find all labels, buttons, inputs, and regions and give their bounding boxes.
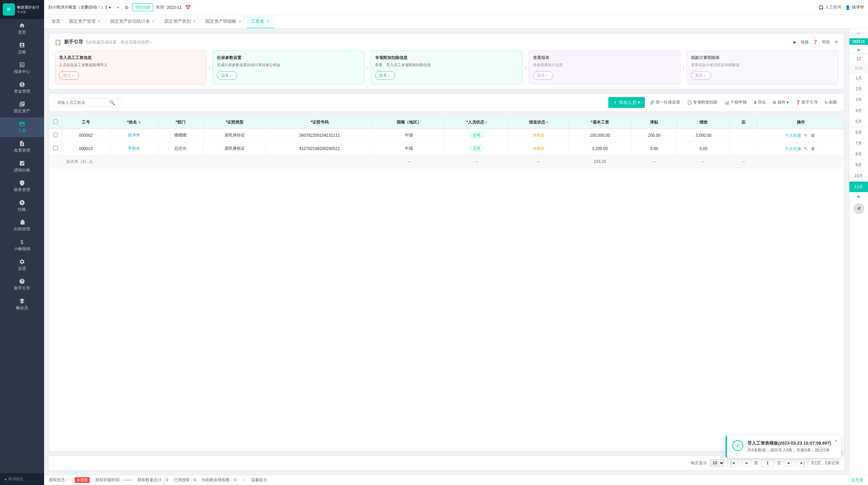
status-filter-icon[interactable]: ▾ xyxy=(485,120,487,124)
calendar-month-4[interactable]: 4月 xyxy=(849,106,868,116)
calendar-month-5[interactable]: 5月 xyxy=(849,116,868,127)
consultant-btn[interactable]: 🎧 人工咨询 xyxy=(818,4,841,10)
sidebar-item-member[interactable]: 畅会员 xyxy=(0,295,44,314)
sidebar-item-funds[interactable]: 资金管理 xyxy=(0,78,44,98)
operations-btn[interactable]: ⚙ 操作 ▾ xyxy=(771,98,791,107)
calendar-prev-year-btn[interactable]: ▲ xyxy=(849,45,868,54)
tab-depreciation[interactable]: 固定资产折旧统计表 × xyxy=(106,15,160,29)
version-switch-btn[interactable]: 切到旧版 xyxy=(132,3,153,11)
calendar-month-12[interactable]: 12 xyxy=(849,54,868,64)
special-deduction-btn[interactable]: 📋 专项附加扣除 xyxy=(685,98,719,107)
warning-label: 温馨提示 xyxy=(251,477,267,483)
settings-btn[interactable]: ⚙ xyxy=(124,4,130,11)
calendar-month-11[interactable]: 11月 xyxy=(849,182,868,192)
row2-checkbox[interactable] xyxy=(53,146,58,150)
row2-delete-btn[interactable]: 🗑 xyxy=(810,146,816,152)
tab-fixed-assets-label: 固定资产管理 xyxy=(69,18,96,24)
refresh-btn[interactable]: ↻ 刷新 xyxy=(823,98,839,107)
sidebar-item-invoices[interactable]: 发票管理 xyxy=(0,137,44,157)
calendar-next-year-btn[interactable]: ▼ xyxy=(849,192,868,201)
sidebar-item-archive-label: 归档管理 xyxy=(14,226,30,232)
first-page-btn[interactable]: |◄ xyxy=(727,459,738,467)
add-person-btn[interactable]: ＋ 添加人员 ▾ xyxy=(608,97,645,108)
tab-asset-detail[interactable]: 固定资产明细账 × xyxy=(201,15,246,29)
calendar-month-7[interactable]: 7月 xyxy=(849,138,868,149)
tab-fixed-assets-close[interactable]: × xyxy=(97,19,101,24)
name-sort-icon[interactable]: ⇅ xyxy=(138,120,141,124)
next-page-btn[interactable]: ► xyxy=(784,459,794,467)
tab-asset-category-close[interactable]: × xyxy=(192,19,197,24)
row1-name-link[interactable]: 徐泽华 xyxy=(128,133,140,137)
video-label[interactable]: 视频 xyxy=(801,39,809,45)
row1-op-label[interactable]: 个人社保 xyxy=(785,133,801,138)
calendar-month-8[interactable]: 8月 xyxy=(849,149,868,160)
onboarding-title: 新手引导 xyxy=(64,39,83,45)
calendar-month-6[interactable]: 6月 xyxy=(849,127,868,138)
user-profile[interactable]: 👤 徐泽华 xyxy=(845,4,864,10)
calendar-month-9[interactable]: 9月 xyxy=(849,160,868,171)
calendar-month-1[interactable]: 1月 xyxy=(849,73,868,84)
tab-asset-detail-close[interactable]: × xyxy=(238,19,242,24)
tab-depreciation-close[interactable]: × xyxy=(151,19,156,24)
search-input[interactable] xyxy=(57,100,108,105)
sidebar-item-payroll[interactable]: 工资 xyxy=(0,117,44,137)
sidebar-item-ledger[interactable]: 总账 xyxy=(0,39,44,58)
sidebar: 好 畅捷通好会计 专业版 首页 总账 报表中心 资金管理 固定资产 工资 xyxy=(0,0,44,485)
send-filter-icon[interactable]: ▾ xyxy=(546,120,548,124)
tab-asset-category[interactable]: 固定资产类别 × xyxy=(160,15,201,29)
sidebar-item-reports[interactable]: 报表中心 xyxy=(0,58,44,78)
select-all-checkbox[interactable] xyxy=(53,119,58,124)
onboarding-close-btn[interactable]: × xyxy=(834,38,839,46)
row1-delete-btn[interactable]: 🗑 xyxy=(810,132,816,138)
auth-count: 授权数量总计：0 xyxy=(137,477,168,483)
sidebar-item-home[interactable]: 首页 xyxy=(0,19,44,39)
calendar-month-10[interactable]: 10月 xyxy=(849,171,868,182)
account-selector[interactable]: 刘小艳演示账套（勿删勿动！）1 ▾ xyxy=(48,4,111,10)
tab-payroll-close[interactable]: × xyxy=(265,19,270,24)
sidebar-item-closing[interactable]: 结账 xyxy=(0,196,44,216)
prev-page-btn[interactable]: ◄ xyxy=(741,459,751,467)
sidebar-item-guide[interactable]: 新手引导 xyxy=(0,275,44,295)
toast-close-btn[interactable]: × xyxy=(835,438,837,444)
personal-tax-btn[interactable]: 📊 个税申报 xyxy=(722,98,749,107)
tab-fixed-assets[interactable]: 固定资产管理 × xyxy=(65,15,105,29)
calendar-circle-btn[interactable]: ↺ xyxy=(853,203,864,214)
recharge-link[interactable]: 去充值 xyxy=(851,477,863,483)
operations-icon: ⚙ xyxy=(773,100,776,105)
sidebar-unpin-label: 取消固定 xyxy=(8,477,23,482)
export-btn[interactable]: ⬇ 导出 xyxy=(751,98,768,107)
sidebar-item-fixed-assets[interactable]: 固定资产 xyxy=(0,98,44,117)
th-apply: 应 xyxy=(730,116,757,129)
row2-id-num: 412702198206290521 xyxy=(266,142,373,155)
row2-edit-btn[interactable]: ✎ xyxy=(803,146,809,152)
calendar-month-2[interactable]: 2月 xyxy=(849,84,868,95)
sidebar-item-archive[interactable]: 归档管理 xyxy=(0,216,44,236)
calendar-month-3[interactable]: 3月 xyxy=(849,95,868,106)
calendar-expand-btn[interactable]: « xyxy=(849,29,868,38)
new-guide-btn[interactable]: ❓ 新手引导 xyxy=(793,98,820,107)
search-icon[interactable]: 🔍 xyxy=(109,100,115,105)
tab-payroll[interactable]: 工资表 × xyxy=(247,15,274,29)
tab-home[interactable]: 首页 xyxy=(47,15,64,29)
row2-name-link[interactable]: 李俊杰 xyxy=(128,146,140,151)
page-input[interactable] xyxy=(761,460,774,466)
th-send-status: 报送状态 ▾ xyxy=(508,116,568,129)
help-label[interactable]: 帮助 xyxy=(822,39,830,45)
row1-checkbox[interactable] xyxy=(53,133,58,137)
per-page-label: 每页显示 xyxy=(691,460,707,466)
sidebar-unpin-btn[interactable]: ◄ 取消固定 xyxy=(0,473,44,485)
calendar-icon[interactable]: 📅 xyxy=(184,4,192,11)
per-page-select[interactable]: 10 20 50 xyxy=(710,459,725,467)
sidebar-item-settings[interactable]: 设置 xyxy=(0,255,44,275)
sidebar-item-expense[interactable]: 小畅报销 xyxy=(0,236,44,255)
add-account-btn[interactable]: ＋ xyxy=(115,4,121,11)
unify-social-btn[interactable]: 🔗 统一社保设置 xyxy=(648,98,682,107)
row2-id-type: 居民身份证 xyxy=(203,142,266,155)
headphone-icon: 🎧 xyxy=(818,5,824,10)
sidebar-item-tax[interactable]: 税务管理 xyxy=(0,176,44,196)
last-page-btn[interactable]: ►| xyxy=(797,459,808,467)
row1-edit-btn[interactable]: ✎ xyxy=(803,132,809,138)
sidebar-item-reports-label: 报表中心 xyxy=(14,69,30,75)
sidebar-item-purchases[interactable]: 进销台账 xyxy=(0,157,44,176)
row2-op-label[interactable]: 个人社保 xyxy=(785,146,801,151)
